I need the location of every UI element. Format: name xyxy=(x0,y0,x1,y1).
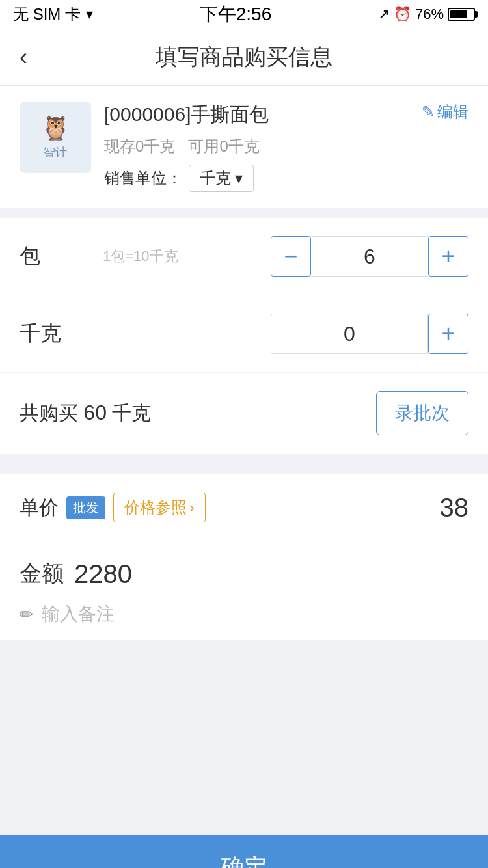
package-row: 包 1包=10千克 − + xyxy=(0,218,488,295)
location-icon: ↗ xyxy=(378,6,390,23)
amount-section: 金额 2280 ✏ 输入备注 xyxy=(0,541,488,640)
package-increment-button[interactable]: + xyxy=(428,236,468,277)
kilogram-controls: + xyxy=(271,314,468,354)
product-name: [0000006]手撕面包 xyxy=(104,102,409,128)
total-amount: 60 xyxy=(83,401,107,424)
status-time: 下午2:56 xyxy=(200,2,272,27)
edit-icon: ✎ xyxy=(422,103,435,121)
amount-label: 金额 xyxy=(20,559,64,589)
unit-value: 千克 xyxy=(200,168,231,189)
product-logo-icon: 🦉 xyxy=(41,115,70,142)
product-card: 🦉 智计 [0000006]手撕面包 现存0千克 可用0千克 销售单位： 千克 … xyxy=(0,86,488,208)
edit-button[interactable]: ✎ 编辑 xyxy=(422,102,468,122)
unit-select[interactable]: 千克 ▾ xyxy=(189,165,254,192)
content: 🦉 智计 [0000006]手撕面包 现存0千克 可用0千克 销售单位： 千克 … xyxy=(0,86,488,835)
amount-row: 金额 2280 xyxy=(20,559,468,589)
confirm-button-label: 确定 xyxy=(221,852,267,869)
battery-icon xyxy=(448,8,475,21)
remark-placeholder: 输入备注 xyxy=(42,602,115,627)
package-input[interactable] xyxy=(311,236,428,277)
nav-bar: ‹ 填写商品购买信息 xyxy=(0,29,488,86)
quantity-section: 包 1包=10千克 − + 千克 + xyxy=(0,218,488,373)
price-ref-icon: › xyxy=(189,498,195,517)
remark-row[interactable]: ✏ 输入备注 xyxy=(20,602,468,627)
back-button[interactable]: ‹ xyxy=(20,44,27,71)
amount-value: 2280 xyxy=(74,560,132,589)
product-info: [0000006]手撕面包 现存0千克 可用0千克 销售单位： 千克 ▾ xyxy=(104,102,409,192)
kilogram-label: 千克 xyxy=(20,319,98,348)
price-reference-button[interactable]: 价格参照 › xyxy=(113,493,206,522)
battery-percent: 76% xyxy=(415,6,444,23)
status-carrier: 无 SIM 卡 ▾ xyxy=(13,4,93,25)
pencil-icon: ✏ xyxy=(20,604,34,625)
record-batch-button[interactable]: 录批次 xyxy=(376,391,468,435)
wifi-icon: ▾ xyxy=(86,6,93,23)
package-label: 包 xyxy=(20,242,98,271)
kilogram-input[interactable] xyxy=(271,314,428,354)
alarm-icon: ⏰ xyxy=(394,6,411,23)
product-stock: 现存0千克 可用0千克 xyxy=(104,136,409,157)
package-sublabel: 1包=10千克 xyxy=(103,247,271,266)
kilogram-increment-button[interactable]: + xyxy=(428,314,468,354)
status-bar: 无 SIM 卡 ▾ 下午2:56 ↗ ⏰ 76% xyxy=(0,0,488,29)
product-unit-row: 销售单位： 千克 ▾ xyxy=(104,165,409,192)
confirm-bar[interactable]: 确定 xyxy=(0,835,488,868)
product-card-right: ✎ 编辑 xyxy=(422,102,468,122)
edit-label: 编辑 xyxy=(437,102,468,122)
kilogram-row: 千克 + xyxy=(0,295,488,373)
price-ref-label: 价格参照 xyxy=(124,497,187,518)
price-tag: 批发 xyxy=(66,496,105,519)
product-image: 🦉 智计 xyxy=(20,102,91,173)
bottom-space xyxy=(0,640,488,835)
price-label: 单价 xyxy=(20,495,59,521)
package-controls: − + xyxy=(271,236,468,277)
total-row: 共购买 60 千克 录批次 xyxy=(0,373,488,454)
carrier-text: 无 SIM 卡 xyxy=(13,4,81,25)
status-right: ↗ ⏰ 76% xyxy=(378,6,475,23)
separator-2 xyxy=(0,454,488,464)
product-logo-text: 智计 xyxy=(44,144,67,160)
price-row: 单价 批发 价格参照 › 38 xyxy=(0,474,488,541)
price-value: 38 xyxy=(440,493,469,522)
page-title: 填写商品购买信息 xyxy=(156,42,332,72)
separator-1 xyxy=(0,208,488,218)
unit-label: 销售单位： xyxy=(104,168,182,189)
package-decrement-button[interactable]: − xyxy=(271,236,311,277)
total-text: 共购买 60 千克 xyxy=(20,400,151,427)
unit-dropdown-icon: ▾ xyxy=(235,169,243,187)
